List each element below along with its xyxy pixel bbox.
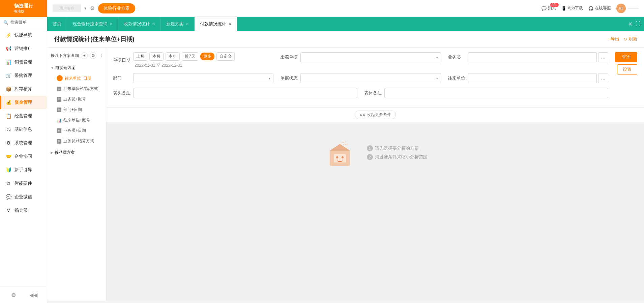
header-settings-icon[interactable]: ⚙ (90, 5, 95, 11)
scheme-collapse-btn[interactable]: 《 (98, 53, 103, 59)
tab-cash-flow-close[interactable]: ✕ (110, 22, 113, 26)
scheme-item-label: 往来单位+账号 (63, 117, 90, 123)
voucher-status-select[interactable]: ▾ (300, 73, 441, 83)
date-btn-last-month[interactable]: 上月 (133, 52, 147, 61)
tab-new-scheme-close[interactable]: ✕ (186, 22, 189, 26)
scheme-add-btn[interactable]: + (81, 52, 88, 59)
scheme-panel: 按以下方案查询 + ⚙ 《 ▼ 电脑端方案 (47, 48, 106, 301)
sidebar-item-member[interactable]: V 畅会员 (0, 204, 47, 217)
source-filter-label: 来源单据 (280, 54, 300, 60)
collapse-sidebar-icon[interactable]: ◀◀ (29, 290, 38, 300)
sidebar-item-system[interactable]: ⚙ 系统管理 (0, 136, 47, 150)
export-btn[interactable]: ↑ 导出 (607, 36, 620, 42)
query-btn[interactable]: 查询 (615, 52, 637, 62)
date-btn-this-year[interactable]: 本年 (166, 52, 180, 61)
unit-select[interactable] (468, 73, 597, 83)
tab-receivable-close[interactable]: ✕ (152, 22, 155, 26)
scheme-item-staff-account[interactable]: ⊞ 业务员+账号 (47, 94, 106, 104)
staff-account-icon: ⊞ (57, 97, 61, 102)
scheme-item-staff-settle[interactable]: ⊞ 业务员+结算方式 (47, 136, 106, 146)
dept-select[interactable]: ▾ (133, 73, 273, 83)
tab-payment-stats-close[interactable]: ✕ (228, 22, 231, 26)
sidebar-item-label: 快捷导航 (14, 32, 32, 38)
scheme-item-label: 往来单位+结算方式 (63, 86, 98, 92)
sidebar-item-finance[interactable]: 💰 资金管理 (0, 96, 47, 109)
tab-receivable[interactable]: 收款情况统计 ✕ (118, 17, 161, 31)
filter-settings-btn[interactable]: 设置 (617, 64, 637, 74)
search-icon: 🔍 (3, 20, 8, 25)
empty-hint-1: 1 请先选择要分析的方案 (367, 145, 428, 151)
main-area: 用户名称 ▾ ⚙ 体验行业方案 💬 消息 99+ 📱 App下载 🎧 在线客服 … (47, 0, 644, 303)
tab-close-all-icon[interactable]: ✕ (628, 21, 633, 27)
sidebar-item-inventory[interactable]: 📦 库存核算 (0, 82, 47, 96)
unit-filter-label: 往来单位 (448, 75, 468, 81)
scheme-item-unit-date[interactable]: ○ 往来单位+日期 (47, 73, 106, 84)
trial-btn[interactable]: 体验行业方案 (98, 3, 135, 13)
app-download-action[interactable]: 📱 App下载 (561, 5, 583, 11)
export-label: 导出 (611, 36, 619, 42)
hardware-icon: 🖥 (5, 180, 12, 187)
sidebar-item-basic[interactable]: 🗂 基础信息 (0, 123, 47, 136)
staff-filter: 业务员 … (448, 52, 608, 62)
scheme-item-dept-date[interactable]: ⊞ 部门+日期 (47, 104, 106, 115)
scheme-item-label: 业务员+日期 (63, 128, 86, 133)
settings-bottom-icon[interactable]: ⚙ (9, 290, 18, 300)
tab-payment-stats[interactable]: 付款情况统计 ✕ (195, 17, 237, 31)
online-service-label: 在线客服 (595, 5, 611, 11)
page-body: 付款情况统计(往来单位+日期) ↑ 导出 ↻ 刷新 按以下方案查询 (47, 31, 644, 303)
online-service-action[interactable]: 🎧 在线客服 (588, 5, 611, 11)
sidebar-item-purchase[interactable]: 🛒 采购管理 (0, 69, 47, 82)
sidebar-menu: ⚡ 快捷导航 📢 营销推广 📊 销售管理 🛒 采购管理 📦 库存核算 💰 资金管… (0, 28, 47, 286)
sidebar-item-quick-nav[interactable]: ⚡ 快捷导航 (0, 28, 47, 42)
date-btn-this-month[interactable]: 本月 (149, 52, 164, 61)
sidebar-item-sales[interactable]: 📊 销售管理 (0, 55, 47, 69)
scheme-settings-btn[interactable]: ⚙ (90, 52, 96, 59)
guide-icon: 🔰 (5, 166, 12, 173)
unit-filter-control: … (468, 73, 608, 83)
header-dropdown-icon[interactable]: ▾ (84, 6, 87, 11)
refresh-btn[interactable]: ↻ 刷新 (623, 36, 637, 42)
empty-content: 1 请先选择要分析的方案 2 用过滤条件来缩小分析范围 (323, 139, 428, 169)
tab-new-scheme-label: 新建方案 (166, 21, 184, 27)
message-action[interactable]: 💬 消息 99+ (541, 5, 556, 11)
sidebar-item-enterprise[interactable]: 🤝 企业协同 (0, 150, 47, 163)
sidebar-item-marketing[interactable]: 📢 营销推广 (0, 42, 47, 55)
scheme-group-mobile-title[interactable]: ▶ 移动端方案 (47, 148, 106, 157)
tab-cash-flow[interactable]: 现金银行流水查询 ✕ (67, 17, 118, 31)
sidebar-item-guide[interactable]: 🔰 新手引导 (0, 163, 47, 177)
scheme-group-desktop-title[interactable]: ▼ 电脑端方案 (47, 63, 106, 73)
quick-nav-icon: ⚡ (5, 32, 12, 38)
weixin-icon: 💬 (5, 193, 12, 200)
staff-date-icon: ⊞ (57, 128, 61, 133)
scheme-item-unit-settle[interactable]: ⊞ 往来单位+结算方式 (47, 84, 106, 94)
tab-new-scheme[interactable]: 新建方案 ✕ (161, 17, 195, 31)
hint-num-1: 1 (367, 145, 373, 151)
hint-num-2: 2 (367, 154, 373, 160)
sidebar-item-label: 经营管理 (14, 113, 32, 119)
scheme-item-unit-account[interactable]: 📊 往来单位+账号 (47, 115, 106, 125)
system-icon: ⚙ (5, 140, 12, 146)
date-btn-custom[interactable]: 自定义 (216, 52, 235, 61)
body-note-input[interactable] (384, 88, 609, 98)
date-btn-more[interactable]: 更多 (200, 53, 214, 60)
tab-maximize-icon[interactable]: ⛶ (635, 21, 641, 27)
dept-filter-label: 部门 (113, 75, 133, 81)
collapse-btn-row: ∧∧ 收起更多条件 (106, 108, 644, 122)
head-note-input[interactable] (133, 88, 357, 98)
scheme-item-staff-date[interactable]: ⊞ 业务员+日期 (47, 125, 106, 136)
user-avatar-area[interactable]: Rit (616, 4, 639, 13)
collapse-btn[interactable]: ∧∧ 收起更多条件 (355, 111, 396, 119)
voucher-status-label: 单据状态 (280, 75, 300, 81)
sidebar-search[interactable]: 🔍 搜索菜单 (0, 17, 47, 28)
filter-row-3: 表头备注 表体备注 (113, 88, 608, 98)
source-select[interactable]: ▾ (300, 52, 441, 62)
sidebar-item-weixin[interactable]: 💬 企业微信 (0, 190, 47, 204)
unit-ellipsis-btn[interactable]: … (598, 73, 608, 83)
svg-line-6 (343, 144, 348, 145)
sidebar-item-operation[interactable]: 📋 经营管理 (0, 109, 47, 123)
staff-ellipsis-btn[interactable]: … (598, 52, 608, 62)
tab-home[interactable]: 首页 (47, 17, 67, 31)
date-btn-last7[interactable]: 近7天 (182, 52, 198, 61)
sidebar-item-hardware[interactable]: 🖥 智能硬件 (0, 177, 47, 190)
staff-select[interactable] (468, 52, 597, 62)
